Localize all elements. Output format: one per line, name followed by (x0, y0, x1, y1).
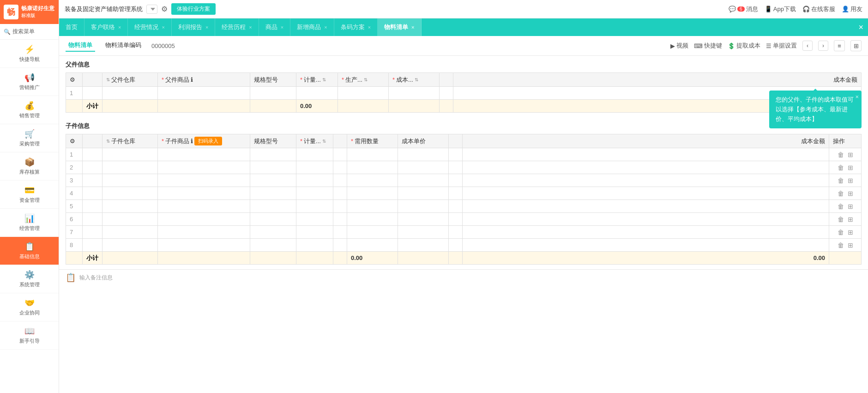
parent-row-1-warehouse[interactable] (102, 87, 158, 100)
sidebar-search[interactable]: 🔍 搜索菜单 (0, 24, 59, 40)
copy-row-btn[interactable]: ⊞ (847, 241, 854, 249)
child-row-unit[interactable] (296, 200, 333, 213)
sidebar-item-system[interactable]: ⚙️ 系统管理 (0, 265, 59, 293)
child-row-product[interactable] (158, 200, 250, 213)
tab-operation-close[interactable]: × (162, 24, 164, 30)
child-row-spec[interactable] (250, 148, 296, 161)
tab-customer-close[interactable]: × (118, 24, 121, 30)
parent-row-1-prod[interactable] (338, 87, 389, 100)
child-row-unitcost[interactable] (398, 187, 449, 200)
parent-col-product[interactable]: * 父件商品 ℹ (158, 73, 250, 87)
delete-row-btn[interactable]: 🗑 (837, 215, 845, 224)
view-action[interactable]: ▶ 视频 (670, 42, 688, 50)
child-row-warehouse[interactable] (102, 213, 158, 226)
child-row-spec[interactable] (250, 213, 296, 226)
child-sort-2[interactable]: ⇅ (322, 139, 326, 144)
copy-row-btn[interactable]: ⊞ (847, 215, 854, 224)
delete-row-btn[interactable]: 🗑 (837, 151, 845, 159)
parent-row-1-cost[interactable] (389, 87, 440, 100)
tab-bom-close[interactable]: × (411, 24, 414, 30)
child-row-product[interactable] (158, 148, 250, 161)
child-row-unitcost[interactable] (398, 174, 449, 187)
child-row-product[interactable] (158, 226, 250, 239)
tab-home[interactable]: 首页 (59, 18, 84, 36)
tab-barcode[interactable]: 条码方案 × (334, 18, 378, 36)
child-row-spec[interactable] (250, 200, 296, 213)
child-row-spec[interactable] (250, 239, 296, 252)
child-row-qty[interactable] (347, 174, 398, 187)
child-sort-1[interactable]: ⇅ (106, 139, 110, 144)
close-all-tabs[interactable]: × (854, 23, 868, 32)
child-row-unitcost[interactable] (398, 148, 449, 161)
tab-new-product-close[interactable]: × (324, 24, 327, 30)
parent-row-1-unit[interactable] (296, 87, 338, 100)
sidebar-item-enterprise[interactable]: 🤝 企业协同 (0, 293, 59, 321)
expand-btn[interactable]: ⊞ (850, 40, 862, 51)
child-row-unit[interactable] (296, 239, 333, 252)
delete-row-btn[interactable]: 🗑 (837, 202, 845, 211)
parent-col-warehouse[interactable]: ⇅ 父件仓库 (102, 73, 158, 87)
parent-col-unit[interactable]: * 计量... ⇅ (296, 73, 338, 87)
single-settings-action[interactable]: ☰ 单据设置 (766, 42, 797, 50)
child-row-warehouse[interactable] (102, 148, 158, 161)
child-row-qty[interactable] (347, 187, 398, 200)
child-row-product[interactable] (158, 187, 250, 200)
tab-barcode-close[interactable]: × (368, 24, 371, 30)
child-col-warehouse[interactable]: ⇅ 子件仓库 (102, 134, 158, 148)
child-row-qty[interactable] (347, 213, 398, 226)
delete-row-btn[interactable]: 🗑 (837, 176, 845, 185)
sort-icon[interactable]: ⇅ (106, 77, 110, 82)
child-col-product[interactable]: * 子件商品 ℹ 扫码录入 (158, 134, 250, 148)
parent-row-1-spec[interactable] (250, 87, 296, 100)
sidebar-item-purchase[interactable]: 🛒 采购管理 (0, 124, 59, 152)
child-row-unitcost[interactable] (398, 213, 449, 226)
message-item[interactable]: 💬 6 消息 (729, 5, 758, 13)
tab-product-close[interactable]: × (281, 24, 283, 30)
nav-next-btn[interactable]: › (818, 41, 828, 51)
sidebar-item-marketing[interactable]: 📢 营销推广 (0, 68, 59, 96)
child-row-warehouse[interactable] (102, 174, 158, 187)
tab-profit[interactable]: 利润报告 × (172, 18, 215, 36)
delete-row-btn[interactable]: 🗑 (837, 189, 845, 198)
child-row-qty[interactable] (347, 226, 398, 239)
child-row-product[interactable] (158, 174, 250, 187)
child-row-product[interactable] (158, 239, 250, 252)
child-row-qty[interactable] (347, 148, 398, 161)
sub-tab-bom[interactable]: 物料清单 (66, 40, 95, 52)
child-col-qty[interactable]: * 需用数量 (347, 134, 398, 148)
child-row-warehouse[interactable] (102, 200, 158, 213)
parent-col-prod[interactable]: * 生产... ⇅ (338, 73, 389, 87)
child-row-unit[interactable] (296, 187, 333, 200)
delete-row-btn[interactable]: 🗑 (837, 228, 845, 236)
sidebar-item-basic-info[interactable]: 📋 基础信息 (0, 237, 59, 265)
copy-row-btn[interactable]: ⊞ (847, 189, 854, 198)
copy-row-btn[interactable]: ⊞ (847, 176, 854, 185)
sub-tab-bom-code[interactable]: 物料清单编码 (102, 40, 144, 52)
shortcut-action[interactable]: ⌨ 快捷键 (694, 42, 722, 50)
nav-prev-btn[interactable]: ‹ (802, 41, 813, 51)
scan-button[interactable]: 扫码录入 (194, 137, 222, 145)
parent-col-cost[interactable]: * 成本... ⇅ (389, 73, 440, 87)
tab-customer[interactable]: 客户联络 × (84, 18, 128, 36)
child-row-spec[interactable] (250, 187, 296, 200)
sidebar-item-quick-nav[interactable]: ⚡ 快捷导航 (0, 40, 59, 68)
tab-profit-close[interactable]: × (205, 24, 208, 30)
layout-btn[interactable]: ≡ (834, 40, 845, 51)
gear-icon[interactable]: ⚙ (161, 5, 168, 13)
sort-icon-3[interactable]: ⇅ (364, 77, 368, 82)
trial-button[interactable]: 体验行业方案 (171, 3, 216, 15)
sidebar-item-guide[interactable]: 📖 新手引导 (0, 321, 59, 350)
delete-row-btn[interactable]: 🗑 (837, 241, 845, 249)
user-item[interactable]: 👤 用友 (842, 5, 862, 13)
child-row-qty[interactable] (347, 239, 398, 252)
sort-icon-4[interactable]: ⇅ (415, 77, 418, 82)
child-row-spec[interactable] (250, 161, 296, 174)
child-row-unitcost[interactable] (398, 226, 449, 239)
child-row-unit[interactable] (296, 226, 333, 239)
copy-row-btn[interactable]: ⊞ (847, 228, 854, 236)
child-row-warehouse[interactable] (102, 187, 158, 200)
tab-new-product[interactable]: 新增商品 × (290, 18, 334, 36)
child-row-product[interactable] (158, 213, 250, 226)
sort-icon-2[interactable]: ⇅ (322, 77, 326, 82)
child-row-unitcost[interactable] (398, 200, 449, 213)
